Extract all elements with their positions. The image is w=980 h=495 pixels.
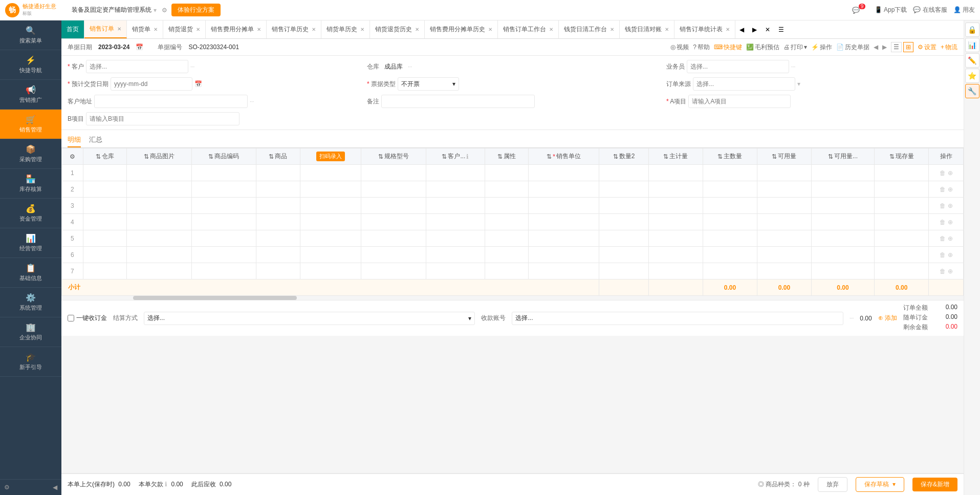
- cell-r3-c6[interactable]: [361, 198, 426, 214]
- cell-r4-c14[interactable]: [811, 214, 874, 230]
- tab-stats[interactable]: 销售订单统计表 ✕: [674, 20, 735, 38]
- cell-r5-c5[interactable]: [300, 230, 361, 247]
- cell-r4-c5[interactable]: [300, 214, 361, 230]
- cell-r2-c1[interactable]: [83, 181, 126, 198]
- cell-r7-c1[interactable]: [83, 263, 126, 279]
- cell-r6-c14[interactable]: [811, 247, 874, 263]
- cell-r2-c7[interactable]: [426, 181, 485, 198]
- tab-home[interactable]: 首页: [61, 20, 84, 38]
- tab-expense[interactable]: 销售费用分摊单 ✕: [206, 20, 267, 38]
- settings-icon[interactable]: ⚙: [162, 7, 167, 14]
- cell-r6-c12[interactable]: [703, 247, 757, 263]
- cell-r4-c10[interactable]: [599, 214, 649, 230]
- warehouse-more-btn[interactable]: ···: [408, 64, 412, 70]
- tab-expense-history[interactable]: 销售费用分摊单历史 ✕: [425, 20, 498, 38]
- row-action-2[interactable]: 🗑⊕: [929, 181, 964, 198]
- quick-settle-checkbox[interactable]: [68, 315, 74, 321]
- th-code[interactable]: ⇅商品编码: [191, 148, 256, 165]
- cell-r3-c9[interactable]: [528, 198, 599, 214]
- cell-r4-c12[interactable]: [703, 214, 757, 230]
- cell-r1-c1[interactable]: [83, 165, 126, 181]
- cell-r3-c13[interactable]: [757, 198, 811, 214]
- th-avail[interactable]: ⇅可用量: [757, 148, 811, 165]
- cell-r5-c4[interactable]: [256, 230, 300, 247]
- tab-close-order-history[interactable]: ✕: [312, 27, 316, 32]
- cell-r7-c6[interactable]: [361, 263, 426, 279]
- th-main-qty[interactable]: ⇅主数量: [703, 148, 757, 165]
- tab-close-expense[interactable]: ✕: [257, 27, 261, 32]
- sidebar-item-capital[interactable]: 💰 资金管理: [0, 199, 61, 228]
- cell-r2-c6[interactable]: [361, 181, 426, 198]
- tab-order-workbench[interactable]: 销售订单工作台 ✕: [498, 20, 559, 38]
- cell-r2-c13[interactable]: [757, 181, 811, 198]
- cell-r4-c11[interactable]: [649, 214, 703, 230]
- address-input[interactable]: [94, 95, 248, 108]
- delete-icon[interactable]: 🗑: [940, 219, 946, 226]
- staff-more-btn[interactable]: ···: [791, 64, 795, 70]
- cell-r3-c3[interactable]: [191, 198, 256, 214]
- cell-r2-c2[interactable]: [126, 181, 191, 198]
- tab-summary[interactable]: 汇总: [89, 133, 102, 147]
- cell-r4-c1[interactable]: [83, 214, 126, 230]
- invoice-select[interactable]: 不开票 ▾: [398, 77, 459, 91]
- cell-r6-c1[interactable]: [83, 247, 126, 263]
- cell-r4-c2[interactable]: [126, 214, 191, 230]
- th-image[interactable]: ⇅商品图片: [126, 148, 191, 165]
- cell-r6-c10[interactable]: [599, 247, 649, 263]
- settle-method-select[interactable]: 选择... ▾: [144, 312, 475, 325]
- cell-r6-c3[interactable]: [191, 247, 256, 263]
- profit-btn[interactable]: 💹 毛利预估: [746, 43, 779, 52]
- copy-icon[interactable]: ⊕: [948, 219, 953, 226]
- delivery-calendar-icon[interactable]: 📅: [194, 80, 202, 88]
- cell-r1-c3[interactable]: [191, 165, 256, 181]
- cell-r7-c8[interactable]: [485, 263, 528, 279]
- sidebar-item-purchase[interactable]: 📦 采购管理: [0, 139, 61, 169]
- cell-r1-c8[interactable]: [485, 165, 528, 181]
- cell-r7-c14[interactable]: [811, 263, 874, 279]
- row-action-3[interactable]: 🗑⊕: [929, 198, 964, 214]
- cell-r3-c4[interactable]: [256, 198, 300, 214]
- tab-return[interactable]: 销货退货 ✕: [163, 20, 206, 38]
- tab-close-stats[interactable]: ✕: [726, 27, 730, 32]
- right-btn-lock[interactable]: 🔒: [965, 23, 979, 37]
- tab-close-goods-history[interactable]: ✕: [360, 27, 364, 32]
- tab-close-return-history[interactable]: ✕: [415, 27, 419, 32]
- settings-side-btn[interactable]: ⚙ 设置: [918, 43, 937, 52]
- cell-r5-c8[interactable]: [485, 230, 528, 247]
- cell-r5-c10[interactable]: [599, 230, 649, 247]
- delete-icon[interactable]: 🗑: [940, 235, 946, 242]
- delete-icon[interactable]: 🗑: [940, 169, 946, 177]
- th-customer-ref[interactable]: ⇅客户... ℹ: [426, 148, 485, 165]
- right-btn-star[interactable]: ⭐: [965, 69, 979, 83]
- sidebar-item-system[interactable]: ⚙️ 系统管理: [0, 288, 61, 317]
- cell-r2-c10[interactable]: [599, 181, 649, 198]
- remark-input[interactable]: [381, 95, 535, 108]
- history-btn[interactable]: 📄 历史单据: [836, 43, 869, 52]
- cell-r2-c14[interactable]: [811, 181, 874, 198]
- user-avatar[interactable]: 👤 用友: [953, 6, 975, 14]
- cell-r7-c13[interactable]: [757, 263, 811, 279]
- tab-daily-workbench[interactable]: 钱货日清工作台 ✕: [559, 20, 620, 38]
- cell-r7-c3[interactable]: [191, 263, 256, 279]
- cell-r7-c7[interactable]: [426, 263, 485, 279]
- tab-menu-btn[interactable]: ☰: [774, 20, 788, 38]
- th-settings[interactable]: ⚙: [62, 148, 83, 165]
- delete-icon[interactable]: 🗑: [940, 251, 946, 259]
- cell-r3-c1[interactable]: [83, 198, 126, 214]
- th-scan[interactable]: 扫码录入: [300, 148, 361, 165]
- tab-close-return[interactable]: ✕: [196, 27, 200, 32]
- save-new-btn[interactable]: 保存&新增: [912, 478, 957, 491]
- th-warehouse[interactable]: ⇅仓库: [83, 148, 126, 165]
- cell-r6-c13[interactable]: [757, 247, 811, 263]
- cell-r3-c12[interactable]: [703, 198, 757, 214]
- right-btn-tool[interactable]: 🔧: [965, 84, 979, 98]
- sidebar-item-enterprise[interactable]: 🏢 企业协同: [0, 317, 61, 347]
- cell-r6-c4[interactable]: [256, 247, 300, 263]
- quick-settle-label[interactable]: 一键收订金: [68, 314, 107, 322]
- cell-r6-c7[interactable]: [426, 247, 485, 263]
- cell-r5-c9[interactable]: [528, 230, 599, 247]
- cell-r6-c6[interactable]: [361, 247, 426, 263]
- copy-icon[interactable]: ⊕: [948, 268, 953, 275]
- customer-input[interactable]: [86, 60, 188, 73]
- grid-view-icon[interactable]: ⊞: [903, 42, 913, 52]
